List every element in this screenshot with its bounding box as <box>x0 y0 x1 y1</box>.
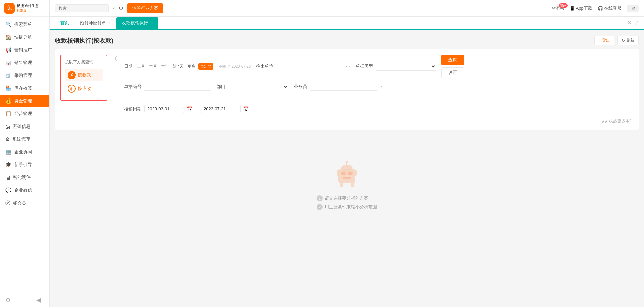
sidebar-item-marketing[interactable]: 📢 营销推广 <box>0 44 49 56</box>
doctype-label: 单据类型 <box>356 63 373 69</box>
sidebar: 兔 畅捷通好生意 标准版 🔍 搜索菜单 🏠 快捷导航 📢 营销推广 📊 销售管理… <box>0 0 50 307</box>
topbar-gear-icon[interactable]: ⚙ <box>119 5 123 11</box>
counterparty-input[interactable] <box>276 62 343 70</box>
tab-home[interactable]: 首页 <box>55 17 74 30</box>
salesperson-more-icon[interactable]: ··· <box>379 84 384 90</box>
sidebar-item-operations[interactable]: 📋 经营管理 <box>0 107 49 120</box>
filter-option-receipt-label: 按收款 <box>78 72 91 78</box>
filter-dept-field: 部门 <box>217 82 288 91</box>
date-tag-custom[interactable]: 自定义 <box>198 63 213 70</box>
writeoffdate-end-input[interactable] <box>201 105 241 113</box>
collapse-sidebar-icon[interactable]: ◀‖ <box>36 296 44 304</box>
topbar: ▾ ⚙ 体验行业方案 ✉ 消息 99+ 📱 App下载 🎧 在线客服 Rit <box>50 0 644 17</box>
salesperson-input[interactable] <box>310 83 377 91</box>
tab-prepay-close-icon[interactable]: ✕ <box>108 21 111 25</box>
page-header: 收款核销执行(按收款) ↑ 导出 ↻ 刷新 <box>55 36 639 45</box>
calendar-end-icon[interactable]: 📅 <box>243 106 249 112</box>
date-tab-thismonth[interactable]: 本月 <box>148 63 158 70</box>
messages-area[interactable]: ✉ 消息 99+ <box>552 5 564 11</box>
docnumber-input[interactable] <box>144 83 211 91</box>
topbar-search-input[interactable] <box>55 4 109 12</box>
filter-doctype-field: 单据类型 <box>356 62 436 71</box>
appdownload-label: App下载 <box>576 6 592 11</box>
wechat-icon: 💬 <box>5 187 12 193</box>
doctype-select[interactable] <box>376 62 436 71</box>
filter-option-by-receivable[interactable]: ◎ 按应收 <box>65 83 103 95</box>
date-tab-more[interactable]: 更多 <box>186 63 197 70</box>
sidebar-item-hardware[interactable]: 🖥 智能硬件 <box>0 171 49 184</box>
tab-maximize-icon[interactable]: ⤢ <box>634 20 639 26</box>
settings-icon[interactable]: ⚙ <box>5 296 11 304</box>
topbar-right: ✉ 消息 99+ 📱 App下载 🎧 在线客服 Rit <box>552 5 639 12</box>
query-button[interactable]: 查询 <box>441 55 464 65</box>
logo-icon: 兔 <box>4 3 15 14</box>
calendar-start-icon[interactable]: 📅 <box>186 106 192 112</box>
user-area[interactable]: Rit <box>627 5 639 12</box>
sidebar-item-search[interactable]: 🔍 搜索菜单 <box>0 18 49 31</box>
sidebar-item-wechat[interactable]: 💬 企业微信 <box>0 184 49 197</box>
svg-point-8 <box>341 165 352 171</box>
date-range-dash: — <box>194 106 199 111</box>
messages-badge: 99+ <box>559 3 568 8</box>
sidebar-item-guide[interactable]: 🎓 新手引导 <box>0 158 49 171</box>
tab-writeoff-close-icon[interactable]: ✕ <box>150 21 153 25</box>
tab-writeoff[interactable]: 收款核销执行 ✕ <box>116 17 158 30</box>
collapse-more[interactable]: ∧∧ 收起更多条件 <box>124 118 633 124</box>
filter-actions: 查询 设置 <box>441 55 464 78</box>
sidebar-item-sales-label: 销售管理 <box>14 60 32 66</box>
industry-solution-button[interactable]: 体验行业方案 <box>127 3 163 13</box>
finance-icon: 💰 <box>5 98 12 104</box>
empty-tip-1: 1 请先选择要分析的方案 <box>317 195 377 201</box>
sidebar-item-inventory[interactable]: 🏪 库存核算 <box>0 82 49 95</box>
member-icon: Ⓥ <box>5 200 10 206</box>
writeoffdate-start-input[interactable] <box>144 105 184 113</box>
sidebar-item-enterprise-label: 企业协同 <box>14 149 32 155</box>
purchase-icon: 🛒 <box>5 72 12 79</box>
sidebar-item-purchase-label: 采购管理 <box>14 72 32 79</box>
filter-row-2: 单据编号 部门 业务员 ··· <box>124 82 633 91</box>
empty-illustration <box>330 156 364 190</box>
filter-option-by-receipt[interactable]: ¥ 按收款 <box>65 69 103 81</box>
service-label: 在线客服 <box>604 6 622 11</box>
filter-collapse-icon[interactable]: 《 <box>110 55 119 63</box>
svg-rect-6 <box>340 183 343 187</box>
filter-writeoffdate-field: 核销日期 📅 — 📅 <box>124 105 249 113</box>
sidebar-item-finance[interactable]: 💰 资金管理 <box>0 95 49 107</box>
counterparty-more-icon[interactable]: ··· <box>346 63 350 69</box>
sidebar-item-quicknav[interactable]: 🏠 快捷导航 <box>0 31 49 44</box>
tab-writeoff-label: 收款核销执行 <box>122 20 148 26</box>
sidebar-item-member[interactable]: Ⓥ 畅会员 <box>0 197 49 210</box>
refresh-button[interactable]: ↻ 刷新 <box>617 36 639 45</box>
export-button[interactable]: ↑ 导出 <box>594 36 614 45</box>
sidebar-item-system[interactable]: ⚙ 系统管理 <box>0 133 49 146</box>
sidebar-item-enterprise[interactable]: 🏢 企业协同 <box>0 146 49 158</box>
svg-rect-2 <box>348 172 352 175</box>
svg-point-10 <box>346 161 348 163</box>
filter-row-3: 核销日期 📅 — 📅 <box>124 105 633 113</box>
date-tab-lastmonth[interactable]: 上月 <box>136 63 146 70</box>
appdownload-area[interactable]: 📱 App下载 <box>570 5 592 11</box>
filter-sidebar-title: 按以下方案查询 <box>65 59 103 65</box>
sidebar-item-basic[interactable]: 🗂 基础信息 <box>0 120 49 133</box>
sidebar-item-purchase[interactable]: 🛒 采购管理 <box>0 69 49 82</box>
service-area[interactable]: 🎧 在线客服 <box>598 5 622 11</box>
sidebar-item-finance-label: 资金管理 <box>14 98 32 104</box>
sidebar-item-hardware-label: 智能硬件 <box>13 174 31 181</box>
sidebar-item-sales[interactable]: 📊 销售管理 <box>0 56 49 69</box>
tab-close-window-icon[interactable]: ✕ <box>627 20 632 26</box>
tab-prepay-label: 预付冲应付单 <box>80 20 106 26</box>
tip-num-2: 2 <box>317 204 323 210</box>
date-tab-7days[interactable]: 近7天 <box>172 63 185 70</box>
tab-prepay[interactable]: 预付冲应付单 ✕ <box>74 17 116 30</box>
dept-select[interactable] <box>228 82 288 91</box>
date-tab-thisyear[interactable]: 本年 <box>160 63 170 70</box>
filter-counterparty-field: 往来单位 ··· <box>256 62 350 70</box>
chevron-down-icon[interactable]: ▾ <box>113 6 115 11</box>
refresh-icon: ↻ <box>622 38 625 43</box>
filter-settings-button[interactable]: 设置 <box>441 67 464 78</box>
tab-home-label: 首页 <box>60 20 69 26</box>
filter-docnumber-field: 单据编号 <box>124 83 211 91</box>
receipt-icon: ¥ <box>68 71 76 79</box>
writeoffdate-label: 核销日期 <box>124 106 142 112</box>
salesperson-label: 业务员 <box>294 84 307 90</box>
